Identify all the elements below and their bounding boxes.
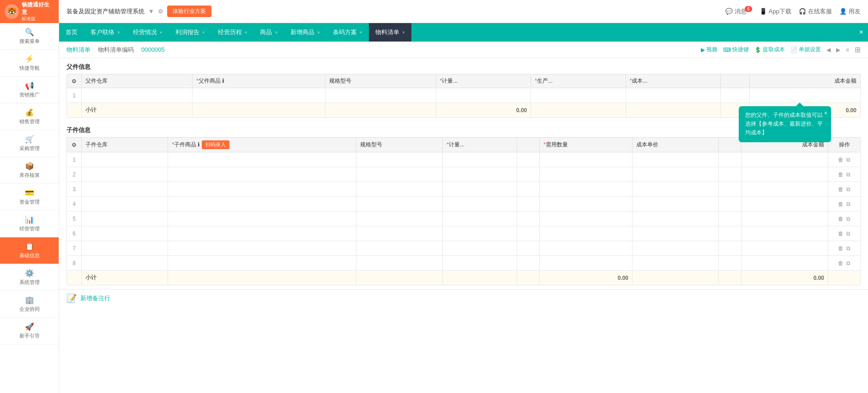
child-cell-spec-7[interactable] (356, 241, 443, 256)
sidebar-item-search[interactable]: 🔍 搜索菜单 (0, 23, 59, 50)
child-cell-warehouse-4[interactable] (82, 197, 168, 212)
child-cell-spec-3[interactable] (356, 182, 443, 197)
child-cell-unit-cost-6[interactable] (633, 226, 719, 241)
copy-icon-2[interactable]: ⧉ (846, 171, 850, 178)
parent-cell-qty[interactable] (436, 88, 531, 103)
child-cell-unit-cost-2[interactable] (633, 167, 719, 182)
parent-cell-spec[interactable] (325, 88, 436, 103)
add-note-label[interactable]: 新增备注行 (80, 294, 110, 302)
child-cell-product-1[interactable] (168, 152, 356, 167)
toolbar-cost[interactable]: 💲 提取成本 (754, 46, 785, 54)
child-cell-needed-6[interactable] (540, 226, 633, 241)
sidebar-item-operations[interactable]: 📊 经营管理 (0, 211, 59, 237)
child-cell-cost-amount-6[interactable] (741, 226, 828, 241)
copy-icon-4[interactable]: ⧉ (846, 201, 850, 207)
expand-icon[interactable]: ⊞ (855, 45, 861, 54)
copy-icon-6[interactable]: ⧉ (846, 230, 850, 237)
sidebar-item-purchase[interactable]: 🛒 采购管理 (0, 130, 59, 157)
trial-button[interactable]: 体验行业方案 (167, 6, 211, 17)
copy-icon-1[interactable]: ⧉ (846, 157, 850, 163)
child-cell-unit-cost-4[interactable] (633, 197, 719, 212)
sidebar-item-sales[interactable]: 💰 销售管理 (0, 103, 59, 130)
child-cell-cost-amount-7[interactable] (741, 241, 828, 256)
child-cell-cost-amount-4[interactable] (741, 197, 828, 212)
toolbar-view[interactable]: ▶ 视频 (701, 46, 717, 54)
scan-button[interactable]: 扫码录入 (202, 140, 229, 149)
tooltip-close[interactable]: × (824, 109, 827, 118)
delete-icon-7[interactable]: 🗑 (838, 245, 844, 252)
breadcrumb-main[interactable]: 物料清单 (66, 46, 90, 54)
copy-icon-7[interactable]: ⧉ (846, 245, 850, 252)
tab-profit[interactable]: 利润报告 × (169, 23, 211, 42)
tab-history[interactable]: 经营历程 × (211, 23, 254, 42)
child-cell-product-4[interactable] (168, 197, 356, 212)
child-cell-warehouse-6[interactable] (82, 226, 168, 241)
delete-icon-8[interactable]: 🗑 (838, 260, 844, 266)
nav-prev[interactable]: ◀ (826, 47, 831, 53)
child-cell-needed-1[interactable] (540, 152, 633, 167)
child-cell-warehouse-5[interactable] (82, 212, 168, 226)
online-service-group[interactable]: 🎧 在线客服 (799, 7, 832, 16)
delete-icon-2[interactable]: 🗑 (838, 171, 844, 178)
message-group[interactable]: 💬 消息 6 (725, 7, 752, 16)
child-cell-qty-3[interactable] (443, 182, 517, 197)
sidebar-item-guide[interactable]: 🚀 新手引导 (0, 318, 59, 345)
delete-icon-5[interactable]: 🗑 (838, 216, 844, 222)
child-cell-warehouse-3[interactable] (82, 182, 168, 197)
child-cell-unit-cost-8[interactable] (633, 256, 719, 271)
tab-history-close[interactable]: × (245, 30, 247, 35)
child-cell-product-2[interactable] (168, 167, 356, 182)
close-all-tabs[interactable]: × (855, 28, 868, 36)
parent-th-gear[interactable]: ⚙ (67, 74, 82, 88)
child-cell-qty-4[interactable] (443, 197, 517, 212)
child-cell-spec-2[interactable] (356, 167, 443, 182)
sidebar-item-marketing[interactable]: 📢 营销推广 (0, 77, 59, 103)
child-cell-needed-7[interactable] (540, 241, 633, 256)
copy-icon-3[interactable]: ⧉ (846, 186, 850, 193)
child-cell-qty-1[interactable] (443, 152, 517, 167)
tab-goods[interactable]: 商品 × (253, 23, 284, 42)
child-cell-cost-amount-5[interactable] (741, 212, 828, 226)
tab-new-goods[interactable]: 新增商品 × (284, 23, 326, 42)
delete-icon-3[interactable]: 🗑 (838, 186, 844, 193)
child-cell-needed-3[interactable] (540, 182, 633, 197)
child-cell-unit-cost-5[interactable] (633, 212, 719, 226)
parent-cell-product[interactable] (192, 88, 325, 103)
child-cell-product-5[interactable] (168, 212, 356, 226)
sidebar-item-finance[interactable]: 💳 资金管理 (0, 184, 59, 211)
dropdown-arrow[interactable]: ▼ (148, 8, 154, 15)
gear-icon[interactable]: ⚙ (158, 8, 163, 15)
child-cell-qty-7[interactable] (443, 241, 517, 256)
child-th-gear[interactable]: ⚙ (67, 138, 82, 152)
toolbar-settings[interactable]: 📄 单据设置 (790, 46, 821, 54)
copy-icon-8[interactable]: ⧉ (846, 260, 850, 266)
nav-next[interactable]: ▶ (836, 47, 840, 53)
child-cell-unit-cost-7[interactable] (633, 241, 719, 256)
child-cell-product-7[interactable] (168, 241, 356, 256)
child-cell-qty-6[interactable] (443, 226, 517, 241)
child-cell-cost-amount-2[interactable] (741, 167, 828, 182)
child-cell-needed-8[interactable] (540, 256, 633, 271)
child-cell-cost-amount-3[interactable] (741, 182, 828, 197)
parent-cell-cost[interactable] (626, 88, 721, 103)
app-download-group[interactable]: 📱 App下载 (760, 7, 791, 16)
user-group[interactable]: 👤 用友 (839, 7, 861, 16)
child-cell-spec-5[interactable] (356, 212, 443, 226)
tab-bom-close[interactable]: × (402, 30, 405, 35)
sidebar-item-system[interactable]: ⚙️ 系统管理 (0, 264, 59, 291)
parent-cell-warehouse[interactable] (82, 88, 193, 103)
sidebar-item-basic[interactable]: 📋 基础信息 (0, 237, 59, 264)
delete-icon-4[interactable]: 🗑 (838, 201, 844, 207)
child-cell-warehouse-7[interactable] (82, 241, 168, 256)
child-cell-warehouse-2[interactable] (82, 167, 168, 182)
child-cell-needed-2[interactable] (540, 167, 633, 182)
child-cell-spec-4[interactable] (356, 197, 443, 212)
child-cell-spec-1[interactable] (356, 152, 443, 167)
child-cell-cost-amount-1[interactable] (741, 152, 828, 167)
toolbar-shortcut[interactable]: ⌨ 快捷键 (723, 46, 749, 54)
tab-operations-close[interactable]: × (160, 30, 163, 35)
child-cell-qty-5[interactable] (443, 212, 517, 226)
tab-barcode-close[interactable]: × (360, 30, 362, 35)
child-cell-needed-5[interactable] (540, 212, 633, 226)
parent-cell-prod[interactable] (531, 88, 626, 103)
